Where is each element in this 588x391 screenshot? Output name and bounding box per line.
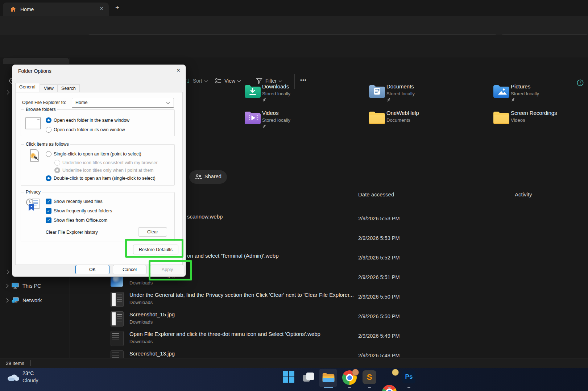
tab-search[interactable]: Search	[57, 84, 80, 92]
file-name: Open File Explorer and click the three-d…	[129, 331, 320, 337]
browse-folders-legend: Browse folders	[24, 107, 57, 112]
toolbar-separator	[294, 74, 295, 89]
tile-subtitle: Documents	[386, 117, 410, 123]
file-row[interactable]: Open File Explorer and click the three-d…	[70, 329, 588, 349]
yellow-folder-icon	[368, 110, 386, 125]
weather-cloud-icon[interactable]	[7, 372, 20, 383]
status-bar: 29 items	[0, 358, 588, 369]
radio-same-window[interactable]	[46, 117, 51, 123]
view-button[interactable]: View	[215, 77, 240, 84]
click-pointer-icon	[28, 149, 41, 166]
checkbox-office-files[interactable]: ✓	[46, 217, 51, 223]
pin-icon	[386, 97, 391, 102]
chrome-profile-avatar	[352, 369, 359, 376]
tile-title: Downloads	[262, 83, 289, 90]
pin-icon	[262, 124, 267, 129]
file-location: Downloads	[129, 280, 153, 286]
checkbox-recent-files[interactable]: ✓	[46, 199, 51, 204]
file-date: 2/9/2026 5:49 PM	[358, 333, 399, 339]
sidebar-item-this-pc[interactable]: This PC	[5, 283, 41, 289]
sublime-text-icon[interactable]: S	[363, 370, 376, 384]
open-to-dropdown[interactable]: Home	[72, 98, 174, 108]
file-name: on and select 'Terminal (Admin)'.webp	[187, 253, 279, 259]
privacy-history-icon	[25, 197, 43, 213]
tab-general[interactable]: General	[15, 83, 39, 92]
file-thumbnail	[111, 331, 124, 346]
tab-title: Home	[20, 7, 34, 12]
sidebar-this-pc-label: This PC	[22, 283, 41, 289]
taskbar-running-indicator	[368, 387, 371, 388]
file-explorer-taskbar-icon[interactable]	[322, 372, 335, 383]
tab-home[interactable]: Home ✕	[3, 3, 109, 16]
file-date: 2/9/2026 5:52 PM	[358, 255, 399, 261]
file-name: Screenshot_15.jpg	[129, 311, 175, 317]
file-name: Screenshot_13.jpg	[129, 350, 175, 357]
radio-double-click[interactable]	[46, 175, 51, 181]
tile-subtitle: Videos	[511, 117, 525, 123]
info-icon[interactable]	[576, 79, 584, 87]
tile-title: OneWebHelp	[386, 110, 419, 116]
sidebar-expand-chevron-icon[interactable]	[5, 270, 9, 274]
dialog-title: Folder Options	[18, 68, 51, 74]
tile-title: Screen Recordings	[511, 110, 557, 116]
tab-view[interactable]: View	[40, 84, 58, 92]
sort-button[interactable]: Sort	[183, 77, 207, 84]
view-icon	[215, 77, 222, 84]
tab-close-icon[interactable]: ✕	[100, 6, 104, 11]
chevron-down-icon	[204, 79, 208, 82]
tile-title: Pictures	[511, 83, 530, 90]
column-header-activity[interactable]: Activity	[515, 191, 532, 197]
more-options-button[interactable]: •••	[300, 77, 307, 83]
weather-temperature[interactable]: 23°C	[22, 370, 34, 376]
taskbar-running-indicator	[407, 387, 410, 388]
clear-button[interactable]: Clear	[138, 227, 167, 237]
chevron-down-icon	[166, 100, 170, 104]
highlight-restore-defaults	[125, 239, 183, 258]
radio-single-click[interactable]	[46, 151, 51, 157]
chevron-right-icon	[4, 298, 8, 302]
radio-double-click-label: Double-click to open an item (single-cli…	[54, 176, 156, 181]
shared-section-button[interactable]: Shared	[189, 170, 227, 184]
this-pc-icon	[12, 283, 19, 289]
checkbox-frequent-folders[interactable]: ✓	[46, 208, 51, 214]
browse-folders-group: Browse folders Open each folder in the s…	[21, 109, 175, 136]
file-date: 2/9/2026 5:48 PM	[358, 353, 399, 358]
new-tab-button[interactable]: +	[115, 4, 119, 12]
navigation-bar: ← → ↑ Home Search Home	[0, 16, 588, 36]
file-date: 2/9/2026 5:50 PM	[358, 294, 399, 300]
file-row[interactable]: Under the General tab, find the Privacy …	[70, 290, 588, 309]
photoshop-icon[interactable]: Ps	[402, 370, 415, 383]
radio-underline-browser-label: Underline icon titles consistent with my…	[62, 160, 158, 165]
file-thumbnail	[111, 311, 124, 326]
pin-icon	[511, 97, 515, 102]
tile-title: Videos	[262, 110, 279, 116]
file-location: Downloads	[129, 319, 153, 325]
highlight-apply	[149, 260, 192, 280]
file-thumbnail	[111, 292, 124, 307]
task-view-icon[interactable]	[302, 372, 315, 383]
videos-folder-icon	[244, 110, 261, 125]
click-items-legend: Click items as follows	[24, 142, 70, 147]
weather-condition[interactable]: Cloudy	[22, 378, 38, 383]
tile-title: Documents	[386, 83, 414, 90]
open-to-label: Open File Explorer to:	[22, 100, 66, 105]
documents-folder-icon	[368, 83, 386, 99]
sort-button-label: Sort	[193, 78, 202, 84]
start-button-icon[interactable]	[282, 370, 295, 383]
view-button-label: View	[224, 78, 235, 84]
pictures-folder-icon	[493, 83, 510, 99]
dialog-close-icon[interactable]: ✕	[176, 67, 181, 73]
tile-subtitle: Stored locally	[386, 91, 415, 96]
file-row[interactable]: Screenshot_15.jpg Downloads 2/9/2026 5:5…	[70, 310, 588, 329]
sidebar-item-partial[interactable]	[3, 58, 69, 64]
radio-own-window[interactable]	[46, 127, 51, 133]
column-header-date-accessed[interactable]: Date accessed	[358, 191, 394, 197]
clear-history-label: Clear File Explorer history	[46, 230, 98, 235]
click-items-group: Click items as follows Single-click to o…	[21, 144, 175, 186]
file-name: Under the General tab, find the Privacy …	[129, 292, 354, 298]
ok-button[interactable]: OK	[75, 265, 109, 274]
radio-underline-point	[54, 167, 60, 173]
sidebar-expand-chevron-icon[interactable]	[5, 90, 9, 94]
cancel-button[interactable]: Cancel	[113, 265, 146, 274]
sidebar-item-network[interactable]: Network	[5, 297, 42, 303]
